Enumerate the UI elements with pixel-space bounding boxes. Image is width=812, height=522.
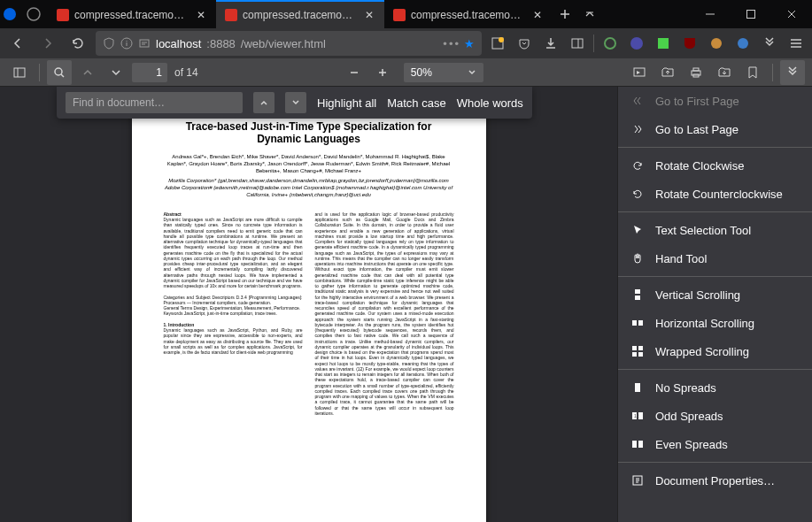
pdf-icon xyxy=(225,9,237,21)
hand-icon xyxy=(630,252,645,265)
find-bar: Highlight all Match case Whole words xyxy=(57,87,532,119)
menu-text-selection[interactable]: Text Selection Tool xyxy=(618,216,812,244)
side-view-icon[interactable] xyxy=(567,33,588,54)
expand-tabs-button[interactable] xyxy=(577,0,602,28)
library-icon[interactable] xyxy=(487,33,508,54)
menu-last-page[interactable]: Go to Last Page xyxy=(618,115,812,143)
svg-rect-28 xyxy=(638,352,643,357)
back-button[interactable] xyxy=(5,31,30,56)
url-port: :8888 xyxy=(206,37,236,50)
page-count-label: of 14 xyxy=(174,66,198,79)
whole-words-toggle[interactable]: Whole words xyxy=(457,96,523,110)
presentation-button[interactable] xyxy=(627,60,652,85)
tab-2-active[interactable]: compressed.tracemonke ✕ xyxy=(216,0,384,28)
info-icon[interactable] xyxy=(120,37,133,50)
prev-page-button[interactable] xyxy=(75,60,100,85)
minimize-button[interactable] xyxy=(690,0,731,28)
svg-point-11 xyxy=(630,37,643,50)
svg-rect-25 xyxy=(632,346,637,350)
close-window-button[interactable] xyxy=(771,0,812,28)
ext-icon-6[interactable] xyxy=(732,33,754,54)
close-icon[interactable]: ✕ xyxy=(195,9,207,21)
new-tab-button[interactable] xyxy=(553,0,577,28)
close-icon[interactable]: ✕ xyxy=(531,9,544,21)
ext-icon-5[interactable] xyxy=(706,33,727,54)
menu-rotate-ccw[interactable]: Rotate Counterclockwise xyxy=(618,180,812,208)
svg-point-13 xyxy=(711,38,722,49)
tab-1[interactable]: compressed.tracemonkey-p... ✕ xyxy=(48,0,216,28)
menu-icon[interactable] xyxy=(785,33,807,54)
overflow-icon[interactable] xyxy=(759,33,780,54)
next-page-button[interactable] xyxy=(104,60,128,85)
page-number-input[interactable] xyxy=(132,63,167,82)
ext-icon-3[interactable] xyxy=(653,33,674,54)
menu-no-spreads[interactable]: No Spreads xyxy=(618,373,812,402)
pocket-icon[interactable] xyxy=(514,33,535,54)
bookmark-star-icon[interactable]: ★ xyxy=(464,37,475,50)
permissions-icon[interactable] xyxy=(138,37,151,50)
svg-rect-34 xyxy=(638,441,643,448)
titlebar: compressed.tracemonkey-p... ✕ compressed… xyxy=(0,0,812,28)
svg-rect-31 xyxy=(638,412,643,419)
shield-icon[interactable] xyxy=(103,37,115,50)
menu-horizontal-scroll[interactable]: Horizontal Scrolling xyxy=(618,309,812,337)
pdf-toolbar: of 14 50% xyxy=(0,58,812,87)
window-controls xyxy=(690,0,812,28)
open-file-button[interactable] xyxy=(655,60,680,85)
svg-point-0 xyxy=(27,8,40,20)
svg-rect-23 xyxy=(632,320,637,326)
menu-rotate-cw[interactable]: Rotate Clockwise xyxy=(618,151,812,180)
secondary-toolbar: Go to First Page Go to Last Page Rotate … xyxy=(617,87,812,522)
print-button[interactable] xyxy=(684,60,708,85)
rotate-ccw-icon xyxy=(630,188,645,200)
ext-icon-1[interactable] xyxy=(599,33,621,54)
menu-vertical-scroll[interactable]: Vertical Scrolling xyxy=(618,280,812,309)
forward-button[interactable] xyxy=(35,31,60,56)
reload-button[interactable] xyxy=(66,31,90,56)
ublock-icon[interactable] xyxy=(679,33,700,54)
menu-doc-properties[interactable]: Document Properties… xyxy=(618,466,812,495)
svg-rect-4 xyxy=(747,11,755,19)
svg-rect-15 xyxy=(14,68,25,77)
menu-hand-tool[interactable]: Hand Tool xyxy=(618,244,812,273)
pdf-icon xyxy=(57,9,69,21)
svg-point-16 xyxy=(55,68,62,75)
find-next-button[interactable] xyxy=(285,92,306,113)
highlight-all-toggle[interactable]: Highlight all xyxy=(317,96,376,110)
navbar: localhost:8888/web/viewer.html ••• ★ xyxy=(0,28,812,58)
zoom-out-button[interactable] xyxy=(342,60,367,85)
tools-button[interactable] xyxy=(780,60,805,85)
download-button[interactable] xyxy=(712,60,737,85)
downloads-icon[interactable] xyxy=(540,33,561,54)
svg-rect-6 xyxy=(140,40,149,47)
tab-title: compressed.tracemonke xyxy=(243,9,358,21)
zoom-in-button[interactable] xyxy=(370,60,395,85)
find-input[interactable] xyxy=(66,92,243,113)
svg-point-8 xyxy=(499,37,504,42)
bookmark-button[interactable] xyxy=(740,60,765,85)
sidebar-toggle-button[interactable] xyxy=(7,60,32,85)
url-host: localhost xyxy=(156,37,201,50)
menu-wrapped-scroll[interactable]: Wrapped Scrolling xyxy=(618,337,812,365)
url-bar[interactable]: localhost:8888/web/viewer.html ••• ★ xyxy=(96,31,482,56)
menu-first-page[interactable]: Go to First Page xyxy=(618,87,812,115)
page-area[interactable]: Highlight all Match case Whole words Tra… xyxy=(0,87,617,522)
maximize-button[interactable] xyxy=(731,0,771,28)
menu-odd-spreads[interactable]: 12 Odd Spreads xyxy=(618,402,812,430)
menu-even-spreads[interactable]: Even Spreads xyxy=(618,430,812,458)
url-path: /web/viewer.html xyxy=(241,37,326,50)
find-button[interactable] xyxy=(47,60,72,85)
close-icon[interactable]: ✕ xyxy=(363,9,375,21)
find-prev-button[interactable] xyxy=(253,92,275,113)
pdf-page[interactable]: Trace-based Just-in-Time Type Specializa… xyxy=(132,94,486,522)
match-case-toggle[interactable]: Match case xyxy=(387,96,445,110)
ext-icon-2[interactable] xyxy=(626,33,647,54)
tab-3[interactable]: compressed.tracemonke ✕ xyxy=(384,0,553,28)
more-icon[interactable]: ••• xyxy=(443,37,460,50)
svg-rect-21 xyxy=(635,289,640,294)
svg-rect-33 xyxy=(632,441,637,448)
svg-rect-27 xyxy=(632,352,637,357)
zoom-select[interactable]: 50% xyxy=(404,63,483,82)
first-page-icon xyxy=(630,95,645,107)
svg-rect-22 xyxy=(635,296,640,300)
